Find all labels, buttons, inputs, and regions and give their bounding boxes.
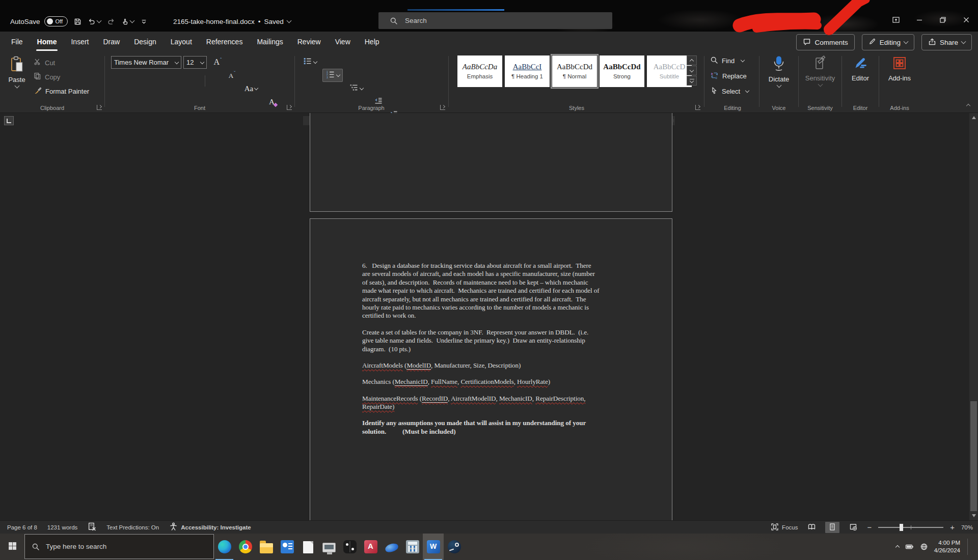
styles-scroll-down-button[interactable] <box>687 66 697 75</box>
editor-button[interactable]: Editor <box>842 55 879 82</box>
paste-button[interactable]: Paste <box>4 56 30 88</box>
tray-expand-icon[interactable] <box>895 545 900 549</box>
paragraph[interactable]: AircraftModels (ModelID, Manufacturer, S… <box>362 361 627 370</box>
tab-layout[interactable]: Layout <box>164 32 199 52</box>
collapse-ribbon-button[interactable] <box>967 100 970 109</box>
font-name-combo[interactable]: Times New Romar <box>111 56 181 69</box>
styles-scroll-up-button[interactable] <box>687 55 697 65</box>
format-painter-button[interactable]: Format Painter <box>34 85 89 98</box>
taskbar-calculator-icon[interactable] <box>402 534 423 560</box>
zoom-level[interactable]: 70% <box>961 524 973 530</box>
editing-mode-button[interactable]: Editing <box>862 34 914 50</box>
paste-dropdown-icon[interactable] <box>14 83 19 89</box>
tab-stop-selector[interactable] <box>4 116 14 125</box>
tab-home[interactable]: Home <box>30 32 64 52</box>
font-size-dropdown-icon[interactable] <box>200 60 204 64</box>
taskbar-notepad-icon[interactable] <box>297 534 318 560</box>
autosave-switch[interactable]: Off <box>44 16 68 26</box>
styles-dialog-launcher[interactable] <box>695 105 700 110</box>
style-heading1[interactable]: AaBbCcI¶ Heading 1 <box>505 55 550 87</box>
autosave-toggle[interactable]: AutoSave Off <box>10 16 68 26</box>
font-name-dropdown-icon[interactable] <box>175 60 179 64</box>
paragraph[interactable]: Create a set of tables for the company i… <box>362 328 627 353</box>
addins-button[interactable]: Add-ins <box>879 55 920 82</box>
title-dropdown-icon[interactable] <box>286 18 291 23</box>
accessibility-status[interactable]: Accessibility: Investigate <box>169 522 251 532</box>
dictate-dropdown-icon[interactable] <box>776 83 781 88</box>
tab-help[interactable]: Help <box>358 32 387 52</box>
change-case-button[interactable]: Aa <box>241 82 261 95</box>
shrink-font-button[interactable]: Aˇ <box>225 69 239 82</box>
tab-review[interactable]: Review <box>290 32 328 52</box>
document-title[interactable]: 2165-take-home-final.docx • Saved <box>173 11 291 32</box>
zoom-slider[interactable] <box>878 527 943 528</box>
scrollbar-thumb[interactable] <box>970 401 977 511</box>
dictate-button[interactable]: Dictate <box>759 55 798 87</box>
document-text[interactable]: 6. Design a database for tracking servic… <box>362 262 627 444</box>
replace-button[interactable]: bcReplace <box>710 69 747 82</box>
page-6[interactable]: 6. Design a database for tracking servic… <box>310 218 672 520</box>
taskbar-chrome-icon[interactable] <box>235 534 256 560</box>
taskbar-nintendo-switch-icon[interactable] <box>339 534 360 560</box>
save-button[interactable] <box>74 18 82 25</box>
font-size-combo[interactable]: 12 <box>183 56 207 69</box>
comments-button[interactable]: Comments <box>796 34 854 50</box>
bullets-button[interactable] <box>300 55 319 69</box>
read-mode-button[interactable] <box>804 522 819 533</box>
minimize-button[interactable] <box>908 10 931 32</box>
vertical-scrollbar[interactable] <box>969 113 978 520</box>
network-icon[interactable] <box>920 543 928 551</box>
page-indicator[interactable]: Page 6 of 8 <box>7 524 37 530</box>
zoom-in-button[interactable]: + <box>950 523 955 531</box>
tab-mailings[interactable]: Mailings <box>250 32 290 52</box>
zoom-slider-handle[interactable] <box>900 524 903 531</box>
web-layout-button[interactable] <box>846 522 860 533</box>
tab-draw[interactable]: Draw <box>96 32 127 52</box>
touch-mouse-mode-button[interactable] <box>121 18 134 25</box>
select-button[interactable]: Select <box>710 85 749 98</box>
touch-mode-dropdown-icon[interactable] <box>129 18 134 23</box>
tab-design[interactable]: Design <box>127 32 164 52</box>
focus-mode-button[interactable]: Focus <box>771 523 798 532</box>
scroll-down-button[interactable] <box>969 511 978 520</box>
taskbar-dolphin-icon[interactable] <box>381 534 402 560</box>
tab-file[interactable]: File <box>4 32 30 52</box>
proofing-status[interactable] <box>88 522 96 532</box>
zoom-out-button[interactable]: − <box>867 523 872 531</box>
customize-qat-button[interactable] <box>140 18 148 25</box>
ribbon-display-options-button[interactable] <box>884 10 908 32</box>
search-box[interactable]: Search <box>378 12 612 29</box>
paragraph[interactable]: MaintenanceRecords (RecordID, AircraftMo… <box>362 395 627 411</box>
scroll-up-button[interactable] <box>969 113 978 122</box>
tab-insert[interactable]: Insert <box>64 32 96 52</box>
print-layout-button[interactable] <box>825 522 839 533</box>
word-count[interactable]: 1231 words <box>47 524 77 530</box>
styles-expand-gallery-button[interactable] <box>687 76 697 86</box>
font-dialog-launcher[interactable] <box>287 105 292 110</box>
multilevel-list-button[interactable] <box>346 82 366 95</box>
style-emphasis[interactable]: AaBbCcDaEmphasis <box>457 55 502 87</box>
style-subtitle[interactable]: AaBbCcDSubtitle <box>647 55 692 87</box>
find-button[interactable]: Find <box>710 54 744 67</box>
text-predictions[interactable]: Text Predictions: On <box>106 524 159 530</box>
battery-icon[interactable] <box>905 543 914 551</box>
undo-button[interactable] <box>88 18 101 25</box>
taskbar-edge-icon[interactable] <box>214 534 235 560</box>
undo-dropdown-icon[interactable] <box>96 18 101 23</box>
numbering-button[interactable]: 123 <box>322 69 343 82</box>
start-button[interactable] <box>0 534 24 560</box>
close-button[interactable] <box>955 10 978 32</box>
tab-references[interactable]: References <box>199 32 250 52</box>
taskbar-report-icon[interactable] <box>277 534 297 560</box>
paragraph[interactable]: Identify any assumptions you made that w… <box>362 419 627 436</box>
paragraph[interactable]: Mechanics (MechanicID, FullName, Certifi… <box>362 378 627 386</box>
taskbar-search[interactable]: Type here to search <box>24 534 214 559</box>
share-button[interactable]: Share <box>921 34 972 50</box>
clipboard-dialog-launcher[interactable] <box>97 105 102 110</box>
taskbar-clock[interactable]: 4:00 PM 4/26/2024 <box>934 539 960 554</box>
style-strong[interactable]: AaBbCcDdStrong <box>600 55 644 87</box>
paragraph-dialog-launcher[interactable] <box>440 105 445 110</box>
taskbar-file-explorer-icon[interactable] <box>256 534 277 560</box>
tab-view[interactable]: View <box>328 32 358 52</box>
taskbar-access-icon[interactable] <box>360 534 381 560</box>
